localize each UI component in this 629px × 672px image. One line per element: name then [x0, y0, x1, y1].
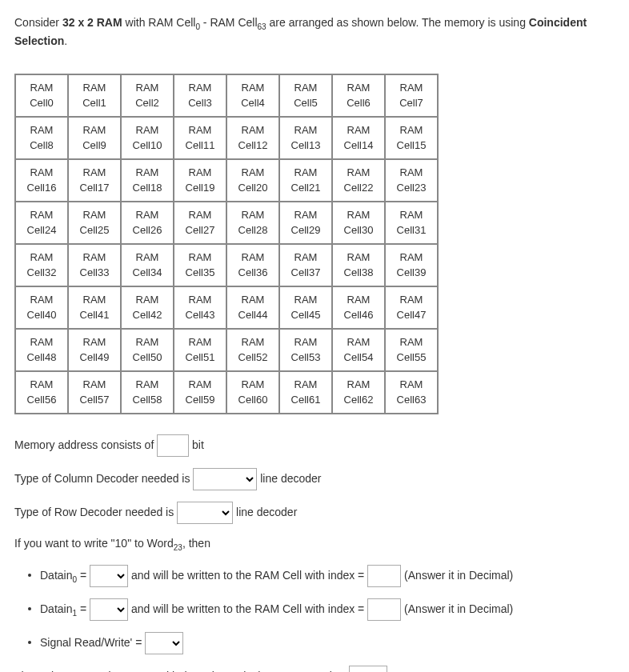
- q-write-word: If you want to write "10" to Word23, the…: [14, 535, 615, 554]
- select-datain1[interactable]: [90, 598, 128, 621]
- ram-cell: RAMCell62: [332, 371, 385, 414]
- ram-cell: RAMCell17: [68, 159, 121, 202]
- datain1-item: Datain1 = and will be written to the RAM…: [40, 598, 615, 621]
- ram-cell: RAMCell40: [15, 286, 68, 329]
- select-row-decoder[interactable]: [177, 502, 233, 524]
- ram-cell-table: RAMCell0RAMCell1RAMCell2RAMCell3RAMCell4…: [14, 74, 439, 414]
- ram-cell: RAMCell44: [226, 286, 279, 329]
- ram-cell: RAMCell3: [174, 74, 226, 117]
- ram-cell: RAMCell21: [279, 159, 332, 202]
- ram-cell: RAMCell30: [332, 202, 385, 244]
- ram-cell: RAMCell58: [121, 371, 174, 414]
- intro-text: Consider 32 x 2 RAM with RAM Cell0 - RAM…: [14, 14, 615, 50]
- ram-cell: RAMCell47: [385, 286, 438, 329]
- ram-cell: RAMCell25: [68, 202, 121, 244]
- ram-cell: RAMCell27: [174, 202, 226, 244]
- ram-cell: RAMCell5: [279, 74, 332, 117]
- ram-cell: RAMCell14: [332, 117, 385, 159]
- ram-cell: RAMCell35: [174, 244, 226, 286]
- ram-cell: RAMCell15: [385, 117, 438, 159]
- ram-cell: RAMCell48: [15, 329, 68, 371]
- ram-cell: RAMCell28: [226, 202, 279, 244]
- select-datain0[interactable]: [90, 565, 128, 587]
- input-datain0-index[interactable]: [367, 565, 401, 587]
- ram-cell: RAMCell10: [121, 117, 174, 159]
- ram-cell: RAMCell33: [68, 244, 121, 286]
- ram-cell: RAMCell4: [226, 74, 279, 117]
- ram-cell: RAMCell37: [279, 244, 332, 286]
- ram-cell: RAMCell24: [15, 202, 68, 244]
- ram-cell: RAMCell59: [174, 371, 226, 414]
- ram-cell: RAMCell23: [385, 159, 438, 202]
- input-address-bits[interactable]: [157, 434, 189, 457]
- ram-cell: RAMCell13: [279, 117, 332, 159]
- ram-cell: RAMCell31: [385, 202, 438, 244]
- ram-cell: RAMCell45: [279, 286, 332, 329]
- ram-cell: RAMCell1: [68, 74, 121, 117]
- ram-cell: RAMCell34: [121, 244, 174, 286]
- ram-cell: RAMCell19: [174, 159, 226, 202]
- ram-cell: RAMCell51: [174, 329, 226, 371]
- q-memory-address: Memory address consists of bit: [14, 434, 615, 457]
- datain0-item: Datain0 = and will be written to the RAM…: [40, 565, 615, 587]
- ram-cell: RAMCell16: [15, 159, 68, 202]
- ram-cell: RAMCell42: [121, 286, 174, 329]
- ram-cell: RAMCell9: [68, 117, 121, 159]
- ram-cell: RAMCell43: [174, 286, 226, 329]
- ram-cell: RAMCell50: [121, 329, 174, 371]
- ram-cell: RAMCell61: [279, 371, 332, 414]
- ram-cell: RAMCell22: [332, 159, 385, 202]
- ram-cell: RAMCell6: [332, 74, 385, 117]
- ram-cell: RAMCell18: [121, 159, 174, 202]
- ram-cell: RAMCell56: [15, 371, 68, 414]
- ram-cell: RAMCell26: [121, 202, 174, 244]
- input-datain1-index[interactable]: [367, 598, 401, 621]
- ram-cell: RAMCell41: [68, 286, 121, 329]
- ram-cell: RAMCell39: [385, 244, 438, 286]
- select-read-write[interactable]: [145, 632, 183, 654]
- select-column-output[interactable]: [349, 666, 387, 672]
- ram-cell: RAMCell57: [68, 371, 121, 414]
- ram-cell: RAMCell53: [279, 329, 332, 371]
- ram-cell: RAMCell55: [385, 329, 438, 371]
- ram-cell: RAMCell20: [226, 159, 279, 202]
- ram-cell: RAMCell63: [385, 371, 438, 414]
- q-row-decoder: Type of Row Decoder needed is line decod…: [14, 502, 615, 524]
- select-column-decoder[interactable]: [193, 468, 257, 490]
- ram-cell: RAMCell8: [15, 117, 68, 159]
- ram-cell: RAMCell46: [332, 286, 385, 329]
- ram-cell: RAMCell32: [15, 244, 68, 286]
- q-column-decoder: Type of Column Decoder needed is line de…: [14, 468, 615, 490]
- ram-cell: RAMCell2: [121, 74, 174, 117]
- ram-cell: RAMCell0: [15, 74, 68, 117]
- ram-cell: RAMCell49: [68, 329, 121, 371]
- ram-cell: RAMCell12: [226, 117, 279, 159]
- signal-rw-item: Signal Read/Write' =: [40, 632, 615, 654]
- write-items: Datain0 = and will be written to the RAM…: [14, 565, 615, 654]
- ram-cell: RAMCell36: [226, 244, 279, 286]
- ram-cell: RAMCell11: [174, 117, 226, 159]
- ram-cell: RAMCell52: [226, 329, 279, 371]
- ram-cell: RAMCell38: [332, 244, 385, 286]
- ram-cell: RAMCell29: [279, 202, 332, 244]
- ram-cell: RAMCell60: [226, 371, 279, 414]
- q-column-output: The Column Decoder output with the value…: [14, 666, 615, 672]
- ram-cell: RAMCell7: [385, 74, 438, 117]
- ram-cell: RAMCell54: [332, 329, 385, 371]
